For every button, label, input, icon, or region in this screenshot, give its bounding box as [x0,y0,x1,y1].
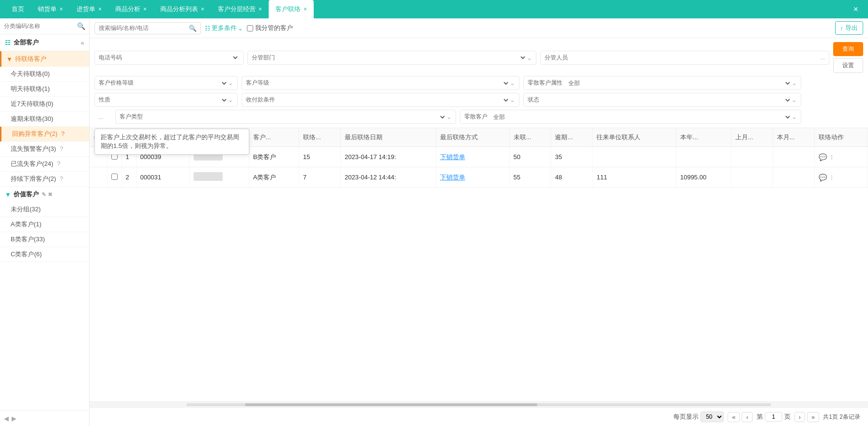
value-customer-info-icon[interactable]: ✖ [48,191,52,198]
value-customer-edit-icon[interactable]: ✎ [42,191,46,198]
sidebar-item-overdue[interactable]: 逾期未联络(30) [0,112,89,127]
sidebar-item-a-class[interactable]: A类客户(1) [0,217,89,232]
person-input[interactable] [572,54,820,61]
row-actions-2: 💬 ⁝ [819,174,864,181]
cell-this-month-1 [773,147,814,167]
sidebar-item-churn-warning[interactable]: 流失预警客户(3) ? [0,142,89,157]
col-last-month[interactable]: 上月... [731,128,773,147]
nav-tab-customer-segment[interactable]: 客户分层经营 × [211,0,269,18]
search-input[interactable] [99,25,187,31]
info-icon-churned[interactable]: ? [57,160,60,167]
sidebar-item-7days[interactable]: 近7天待联络(0) [0,97,89,112]
row-checkbox-2[interactable] [111,174,118,180]
cell-contact-count-1: 15 [299,147,340,167]
col-contact-count[interactable]: 联络... [299,128,340,147]
retail-customer-select[interactable]: 全部 [491,113,792,121]
person-filter: 分管人员 ... [540,51,829,65]
toolbar: 🔍 ☷ 更多条件 ⌄ 我分管的客户 ↑ 导出 [90,18,868,38]
nav-tab-product-list[interactable]: 商品分析列表 × [153,0,211,18]
nav-tab-sales[interactable]: 销货单 × [31,0,70,18]
status-select[interactable] [543,96,792,104]
value-customers-title[interactable]: ▼ 价值客户 ✎ ✖ [0,187,89,202]
sidebar-right-arrow[interactable]: ▶ [12,415,16,422]
close-sales-tab[interactable]: × [60,6,63,13]
sidebar-item-b-class[interactable]: B类客户(33) [0,232,89,247]
col-this-month[interactable]: 本月... [773,128,814,147]
cell-last-contact-method-1[interactable]: 下销货单 [436,147,509,167]
first-page-btn[interactable]: « [728,412,740,422]
name-placeholder-2 [194,172,223,181]
info-icon-declining[interactable]: ? [60,175,63,182]
sidebar-item-today[interactable]: 今天待联络(0) [0,67,89,82]
prev-page-btn[interactable]: ‹ [742,412,752,422]
retail-attr-select[interactable]: 全部 [566,79,792,87]
payment-select[interactable] [279,96,510,104]
page-number-input[interactable] [765,412,782,422]
more-dots-btn[interactable]: ... [94,111,107,123]
phone-select[interactable] [126,54,239,61]
person-more-icon[interactable]: ... [820,54,825,61]
close-customer-contact-tab[interactable]: × [304,6,307,13]
close-customer-segment-tab[interactable]: × [259,6,262,13]
sidebar-item-repurchase-abnormal[interactable]: 回购异常客户(2) ? [0,127,89,142]
close-product-analysis-tab[interactable]: × [143,6,147,13]
my-customers-checkbox[interactable] [247,25,253,31]
cell-last-contact-method-2[interactable]: 下销货单 [436,167,509,188]
col-last-contact-date[interactable]: 最后联络日期 [340,128,436,147]
col-unread[interactable]: 未联... [509,128,551,147]
col-category[interactable]: 客户... [249,128,299,147]
gender-select[interactable] [114,96,228,104]
next-page-btn[interactable]: › [794,412,805,422]
col-overdue[interactable]: 逾期... [551,128,593,147]
my-customers-filter[interactable]: 我分管的客户 [247,24,293,32]
customer-level-select[interactable] [273,79,510,87]
sidebar-search-input[interactable] [4,23,77,29]
dept-select[interactable] [279,54,527,61]
export-button[interactable]: ↑ 导出 [835,21,864,35]
page-input-area: 第 页 [757,412,791,422]
col-contact-person[interactable]: 往来单位联系人 [593,128,676,147]
close-purchase-tab[interactable]: × [98,6,102,13]
toolbar-search-icon[interactable]: 🔍 [189,25,197,32]
sidebar-item-declining[interactable]: 持续下滑客户(2) ? [0,172,89,187]
grid-action-2[interactable]: ⁝ [831,174,833,181]
horizontal-scrollbar[interactable] [90,401,868,407]
pending-contact-title[interactable]: ▼ 待联络客户 [0,51,89,67]
grid-action-1[interactable]: ⁝ [831,153,833,161]
scrollbar-thumb[interactable] [245,403,537,406]
per-page-select[interactable]: 50 [700,411,724,422]
sidebar-item-c-class[interactable]: C类客户(6) [0,247,89,262]
sidebar-item-tomorrow[interactable]: 明天待联络(1) [0,82,89,97]
customer-type-select[interactable] [147,113,447,121]
status-dropdown-icon: ⌄ [792,96,797,103]
pending-triangle-icon: ▼ [6,56,13,63]
cell-checkbox-2[interactable] [107,167,122,188]
close-product-list-tab[interactable]: × [201,6,204,13]
last-page-btn[interactable]: » [807,412,819,422]
sidebar-left-arrow[interactable]: ◀ [4,415,9,422]
settings-button[interactable]: 设置 [833,58,863,73]
more-conditions-btn[interactable]: ☷ 更多条件 ⌄ [205,24,243,32]
info-icon-churn-warning[interactable]: ? [60,145,63,152]
sidebar-item-churned[interactable]: 已流失客户(24) ? [0,157,89,172]
chat-action-1[interactable]: 💬 [819,153,827,161]
page-nav-buttons: « ‹ [728,412,753,422]
nav-tab-customer-contact[interactable]: 客户联络 × [269,0,314,18]
nav-tab-home[interactable]: 首页 [5,0,31,18]
chat-action-2[interactable]: 💬 [819,174,827,181]
scrollbar-track[interactable] [186,403,771,406]
price-level-select[interactable] [137,79,228,87]
sidebar-all-customers[interactable]: ☷ 全部客户 « [0,34,89,51]
nav-tab-purchase[interactable]: 进货单 × [70,0,108,18]
sidebar-collapse-btn[interactable]: « [81,39,84,46]
col-last-contact-method[interactable]: 最后联络方式 [436,128,509,147]
query-button[interactable]: 查询 [833,42,863,56]
nav-tab-product-analysis[interactable]: 商品分析 × [108,0,153,18]
col-this-year-label: 本年... [680,133,698,141]
sidebar-search-icon[interactable]: 🔍 [77,22,85,30]
col-this-year[interactable]: 本年... [676,128,731,147]
window-close-button[interactable]: × [848,4,863,15]
info-icon-repurchase[interactable]: ? [61,130,64,137]
page-nav-buttons-right: › » [794,412,820,422]
sidebar-item-unclassified[interactable]: 未分组(32) [0,202,89,217]
